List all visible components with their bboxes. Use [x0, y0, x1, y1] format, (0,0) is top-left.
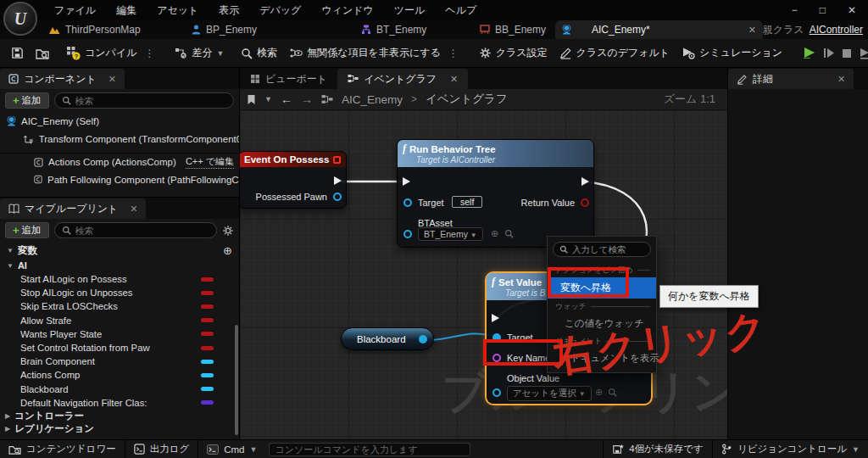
return-value-pin[interactable]	[581, 198, 589, 207]
node-event-on-possess[interactable]: Event On Possess Possessed Pawn	[240, 151, 347, 209]
maximize-button[interactable]: □	[820, 4, 826, 16]
tab-thirdpersonmap[interactable]: ThirdPersonMap	[42, 20, 147, 39]
browse-to-asset-icon[interactable]: ⊕	[491, 228, 498, 239]
category-controller[interactable]: ▶コントローラー	[0, 410, 239, 422]
settings-gear-icon[interactable]	[222, 225, 234, 237]
hide-unrelated-button[interactable]: 無関係な項目を非表示にする ⋮	[283, 39, 467, 67]
object-value-dropdown[interactable]: アセットを選択 ▼	[507, 386, 592, 401]
components-search[interactable]	[54, 92, 234, 109]
compile-button[interactable]: ? コンパイル ⋮	[60, 39, 164, 67]
node-blackboard-getter[interactable]: Blackboard	[341, 327, 434, 350]
component-row-pathfollowing[interactable]: Path Following Component (PathFollowingC…	[0, 170, 239, 188]
context-menu-search[interactable]	[553, 242, 651, 257]
close-panel-icon[interactable]: ✕	[130, 204, 137, 215]
browse-to-asset-icon[interactable]: ⊕	[595, 387, 603, 398]
unsaved-status[interactable]: 4個が未保存です	[604, 440, 712, 458]
play-icon[interactable]	[802, 47, 816, 59]
menu-view[interactable]: 表示	[209, 0, 249, 20]
frame-skip-icon[interactable]	[823, 47, 835, 59]
variable-row[interactable]: Wants Player State	[0, 327, 239, 341]
close-panel-icon[interactable]: ✕	[108, 74, 116, 85]
tab-details[interactable]: 詳細 ✕	[728, 69, 854, 89]
component-row-transform[interactable]: Transform Component (TransformComponent0…	[0, 130, 239, 148]
variable-row[interactable]: Brain Component	[0, 355, 239, 368]
variable-row[interactable]: Skip Extra LOSChecks	[0, 299, 239, 313]
close-panel-icon[interactable]: ✕	[837, 74, 845, 85]
forward-arrow-icon[interactable]: →	[301, 92, 313, 106]
components-search-input[interactable]	[75, 96, 226, 106]
node-run-behavior-tree[interactable]: fRun Behavior Tree Target is AIControlle…	[397, 139, 594, 248]
console-command-input[interactable]	[275, 444, 465, 455]
back-arrow-icon[interactable]: ←	[281, 92, 292, 106]
menu-tools[interactable]: ツール	[384, 0, 436, 20]
variables-section-header[interactable]: ▼ 変数 ⊕	[0, 242, 239, 259]
tab-my-blueprint[interactable]: マイブループリント ✕	[0, 198, 146, 219]
context-menu-search-input[interactable]	[572, 244, 644, 254]
target-pin[interactable]	[403, 198, 412, 207]
add-blueprint-item-button[interactable]: +追加	[5, 222, 49, 238]
minimize-button[interactable]: −	[792, 4, 798, 16]
component-row-actions[interactable]: Actions Comp (ActionsComp) C++ で編集	[0, 153, 239, 170]
add-variable-icon[interactable]: ⊕	[223, 244, 232, 257]
category-replication[interactable]: ▶レプリケーション	[0, 422, 239, 435]
my-blueprint-search[interactable]	[54, 222, 217, 238]
search-asset-icon[interactable]	[608, 388, 617, 397]
breadcrumb-current[interactable]: イベントグラフ	[426, 92, 508, 107]
menu-debug[interactable]: デバッグ	[249, 0, 311, 20]
search-asset-icon[interactable]	[504, 229, 514, 238]
tab-bp-enemy[interactable]: BP_Enemy	[185, 20, 264, 39]
object-value-pin[interactable]	[492, 388, 501, 397]
bookmark-icon[interactable]	[247, 94, 256, 105]
compile-options-icon[interactable]: ⋮	[141, 47, 158, 59]
btasset-dropdown[interactable]: BT_Enemy ▼	[418, 227, 483, 241]
blackboard-out-pin[interactable]	[419, 335, 427, 344]
stop-icon[interactable]	[842, 48, 852, 59]
target-self-box[interactable]: self	[452, 196, 482, 208]
close-tab-icon[interactable]: ✕	[450, 74, 458, 85]
menu-window[interactable]: ウィンドウ	[311, 0, 383, 20]
tab-components[interactable]: コンポーネント ✕	[0, 69, 125, 89]
menu-help[interactable]: ヘルプ	[435, 0, 487, 20]
tab-viewport[interactable]: ビューポート	[240, 69, 337, 89]
variable-row[interactable]: Default Navigation Filter Clas:	[0, 396, 239, 410]
content-drawer-button[interactable]: コンテンツドロワー	[0, 440, 125, 458]
exec-out-pin[interactable]	[581, 177, 589, 186]
close-tab-icon[interactable]: ✕	[748, 25, 756, 36]
parent-class-link[interactable]: AIController	[810, 24, 863, 36]
add-component-button[interactable]: +追加	[5, 92, 49, 109]
scrollbar-thumb[interactable]	[235, 325, 238, 435]
eject-icon[interactable]	[859, 47, 868, 59]
menu-edit[interactable]: 編集	[106, 0, 147, 20]
exec-out-pin[interactable]	[334, 176, 342, 185]
category-ai[interactable]: ▼ AI	[0, 259, 239, 272]
browse-asset-button[interactable]	[30, 39, 55, 67]
tab-bt-enemy[interactable]: BT_Enemy	[354, 20, 433, 39]
tab-bb-enemy[interactable]: BB_Enemy	[473, 20, 553, 39]
class-defaults-button[interactable]: クラスのデフォルト	[554, 39, 676, 67]
menu-file[interactable]: ファイル	[44, 0, 106, 20]
variable-row[interactable]: Set Control Rotation from Paw	[0, 341, 239, 355]
component-row-self[interactable]: AIC_Enemy (Self)	[0, 112, 239, 130]
revision-control-button[interactable]: リビジョンコントロール ▼	[713, 440, 868, 458]
tab-aic-enemy-active[interactable]: AIC_Enemy* ✕	[555, 20, 763, 39]
output-log-button[interactable]: 出力ログ	[125, 440, 198, 458]
btasset-pin[interactable]	[403, 230, 412, 238]
diff-button[interactable]: 差分 ▼	[169, 39, 230, 67]
class-settings-button[interactable]: クラス設定	[473, 39, 554, 67]
cmd-selector[interactable]: Cmd ▼	[198, 440, 265, 458]
save-button[interactable]	[5, 39, 30, 67]
variable-row[interactable]: Start AILogic on Possess	[0, 272, 239, 286]
console-command-field[interactable]	[269, 443, 470, 456]
close-button[interactable]: ✕	[848, 4, 856, 16]
exec-in-pin[interactable]	[492, 314, 499, 322]
variable-row[interactable]: Stop AILogic on Unposses	[0, 286, 239, 299]
possessed-pawn-pin[interactable]	[333, 193, 342, 201]
find-button[interactable]: 検索	[235, 39, 283, 67]
hide-options-icon[interactable]: ⋮	[445, 47, 462, 59]
breadcrumb-root[interactable]: AIC_Enemy	[342, 93, 403, 106]
edit-cpp-link[interactable]: C++ で編集	[186, 155, 234, 169]
exec-in-pin[interactable]	[403, 177, 410, 186]
tab-event-graph[interactable]: イベントグラフ ✕	[337, 69, 468, 89]
menu-asset[interactable]: アセット	[147, 0, 209, 20]
variable-row[interactable]: Actions Comp	[0, 368, 239, 382]
